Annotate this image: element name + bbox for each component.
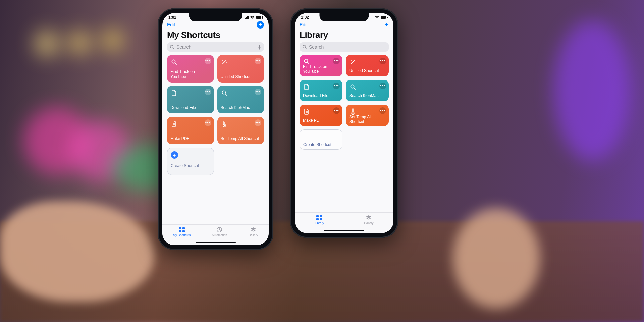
wand-icon [221, 58, 228, 66]
tab-gallery[interactable]: Gallery [364, 215, 374, 225]
cellular-icon [370, 16, 373, 19]
svg-line-23 [305, 48, 306, 49]
tab-gallery[interactable]: Gallery [249, 227, 258, 237]
more-icon[interactable]: ••• [205, 89, 211, 95]
tab-label: Library [315, 221, 324, 225]
home-indicator[interactable] [324, 230, 364, 231]
shortcut-tile[interactable]: •••Find Track on YouTube [167, 55, 214, 83]
shortcut-tile[interactable]: •••Search 9to5Mac [346, 80, 389, 101]
svg-point-7 [222, 60, 223, 61]
svg-point-29 [355, 62, 355, 63]
notch [189, 13, 242, 21]
more-icon[interactable]: ••• [205, 119, 211, 126]
clock-icon [216, 227, 223, 233]
edit-button[interactable]: Edit [300, 22, 308, 28]
more-icon[interactable]: ••• [255, 119, 261, 126]
doc-icon [170, 89, 178, 97]
svg-point-28 [351, 60, 352, 61]
shortcut-label: Make PDF [303, 118, 339, 123]
battery-icon [256, 16, 263, 19]
doc-icon [170, 120, 178, 127]
svg-rect-20 [182, 230, 185, 232]
create-shortcut-tile[interactable]: +Create Shortcut [300, 129, 342, 150]
more-icon[interactable]: ••• [333, 83, 340, 89]
search-field[interactable]: Search [167, 42, 264, 52]
svg-line-33 [354, 88, 356, 90]
svg-rect-18 [182, 227, 185, 229]
battery-icon [381, 16, 387, 19]
svg-rect-19 [179, 230, 181, 232]
add-button[interactable]: + [384, 21, 389, 29]
grid-icon [178, 227, 185, 233]
search-field[interactable]: Search [300, 42, 389, 52]
search-placeholder: Search [176, 44, 191, 50]
svg-rect-41 [320, 218, 322, 220]
svg-line-12 [225, 94, 227, 96]
shortcut-label: Download File [303, 93, 339, 98]
more-icon[interactable]: ••• [379, 58, 386, 64]
page-title: Library [295, 29, 393, 42]
more-icon[interactable]: ••• [205, 58, 211, 64]
svg-rect-2 [259, 45, 260, 48]
shortcut-tile[interactable]: •••Download File [300, 80, 342, 101]
shortcut-label: Set Temp All Shortcut [349, 115, 385, 124]
wifi-icon [250, 16, 255, 19]
nav-bar: Edit + [295, 20, 393, 29]
shortcut-tile[interactable]: •••Search 9to5Mac [217, 86, 264, 113]
create-shortcut-tile[interactable]: +Create Shortcut [167, 148, 214, 175]
svg-line-4 [175, 63, 177, 65]
tab-my-shortcuts[interactable]: My Shortcuts [173, 227, 191, 237]
doc-icon [303, 83, 310, 91]
shortcut-tile[interactable]: •••Untitled Shortcut [217, 55, 264, 83]
wifi-icon [375, 16, 379, 19]
svg-point-27 [354, 60, 355, 61]
search-icon [302, 45, 307, 49]
svg-line-5 [223, 61, 226, 64]
mic-icon[interactable] [258, 45, 261, 50]
tab-label: My Shortcuts [173, 233, 191, 237]
shortcut-label: Set Temp All Shortcut [221, 136, 261, 141]
tab-automation[interactable]: Automation [212, 227, 227, 237]
shortcut-grid: •••Find Track on YouTube•••Untitled Shor… [295, 55, 393, 150]
edit-button[interactable]: Edit [167, 22, 175, 28]
more-icon[interactable]: ••• [255, 89, 261, 95]
shortcut-tile[interactable]: •••Make PDF [167, 117, 214, 144]
more-icon[interactable]: ••• [333, 107, 340, 114]
layers-icon [250, 227, 257, 233]
wand-icon [349, 58, 357, 66]
svg-rect-40 [316, 218, 319, 220]
search-placeholder: Search [309, 44, 324, 50]
svg-line-25 [308, 62, 309, 64]
shortcut-tile[interactable]: •••Find Track on YouTube [300, 55, 342, 76]
svg-line-1 [173, 48, 174, 49]
shortcut-label: Untitled Shortcut [221, 74, 261, 79]
shortcut-tile[interactable]: •••Make PDF [300, 105, 342, 126]
shortcut-tile[interactable]: •••Set Temp All Shortcut [346, 105, 389, 126]
search-icon [170, 45, 174, 49]
shortcut-label: Download File [170, 105, 211, 110]
svg-point-15 [224, 125, 225, 126]
tab-label: Gallery [364, 221, 374, 225]
add-button[interactable]: + [257, 21, 264, 29]
cellular-icon [245, 16, 249, 19]
tab-label: Gallery [249, 233, 258, 237]
shortcut-tile[interactable]: •••Set Temp All Shortcut [217, 117, 264, 144]
shortcut-label: Find Track on YouTube [170, 69, 211, 79]
tab-library[interactable]: Library [315, 215, 324, 225]
svg-rect-17 [179, 227, 181, 229]
shortcut-label: Search 9to5Mac [349, 93, 385, 98]
search-icon [170, 58, 178, 66]
shortcut-tile[interactable]: •••Download File [167, 86, 214, 113]
doc-icon [303, 108, 310, 115]
phone-right: 1:02 Edit + Library Search •••Find Track… [290, 8, 398, 238]
home-indicator[interactable] [196, 242, 236, 243]
shortcut-tile[interactable]: •••Untitled Shortcut [346, 55, 389, 76]
more-icon[interactable]: ••• [379, 107, 386, 114]
more-icon[interactable]: ••• [379, 83, 386, 89]
svg-point-6 [226, 60, 226, 61]
more-icon[interactable]: ••• [255, 58, 261, 64]
shortcut-label: Search 9to5Mac [221, 105, 261, 110]
phone-left: 1:02 Edit + My Shortcuts Search •••Find … [158, 8, 273, 250]
nav-bar: Edit + [162, 20, 269, 29]
more-icon[interactable]: ••• [333, 58, 340, 64]
